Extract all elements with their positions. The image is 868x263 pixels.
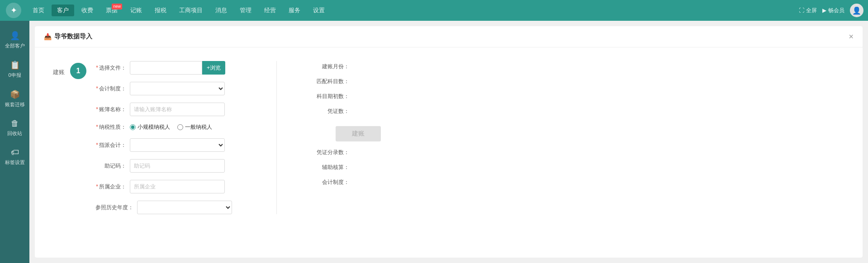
- auxiliary-row: 辅助核算：: [313, 164, 403, 171]
- reference-year-select[interactable]: [137, 201, 232, 214]
- voucher-entries-row: 凭证分录数：: [313, 149, 403, 156]
- accountant-label: *指派会计：: [95, 141, 126, 149]
- form-left: 建账 1 *选择文件： +浏览: [53, 61, 240, 214]
- nav-services[interactable]: 服务: [283, 5, 306, 16]
- nav-settings[interactable]: 设置: [308, 5, 330, 16]
- nav-bookkeeping[interactable]: 记账: [125, 5, 147, 16]
- build-month-row: 建账月份：: [313, 63, 403, 70]
- sidebar-item-all-clients[interactable]: 👤 全部客户: [0, 25, 29, 55]
- memo-code-label: 助记码：: [95, 162, 126, 170]
- nav-business[interactable]: 工商项目: [174, 5, 208, 16]
- vip-button[interactable]: ▶ 畅会员: [822, 7, 844, 14]
- file-label: *选择文件：: [95, 64, 126, 72]
- company-row: *所属企业：: [95, 180, 240, 193]
- sidebar-item-tags[interactable]: 🏷 标签设置: [0, 142, 29, 171]
- import-panel: 📥 导爷数据导入 × 建账 1: [35, 26, 863, 258]
- accounting-system-right-label: 会计制度：: [313, 178, 349, 186]
- sidebar-item-declare[interactable]: 📋 0申报: [0, 55, 29, 84]
- logo-icon: ✦: [6, 3, 21, 18]
- nav-right: ⛶ 全屏 ▶ 畅会员 👤: [799, 4, 863, 17]
- form-fields: *选择文件： +浏览 *会计制度：: [95, 61, 240, 214]
- file-input-group: +浏览: [130, 61, 225, 75]
- migrate-icon: 📦: [10, 89, 20, 99]
- tax-type-row: *纳税性质： 小规模纳税人 一般纳税人: [95, 123, 240, 131]
- right-info: 建账月份： 匹配科目数： 科目期初数： 凭证数：: [313, 61, 403, 214]
- accounting-system-right-row: 会计制度：: [313, 178, 403, 186]
- tax-general-radio[interactable]: [177, 124, 183, 130]
- match-subjects-label: 匹配科目数：: [313, 78, 349, 85]
- browse-button[interactable]: +浏览: [202, 61, 225, 75]
- nav-home[interactable]: 首页: [27, 5, 50, 16]
- main-layout: 👤 全部客户 📋 0申报 📦 账套迁移 🗑 回收站 🏷 标签设置 📥 导爷: [0, 21, 868, 263]
- panel-header: 📥 导爷数据导入 ×: [35, 26, 863, 47]
- ledger-name-row: *账簿名称：: [95, 103, 240, 116]
- match-subjects-row: 匹配科目数：: [313, 78, 403, 85]
- new-badge: new: [112, 4, 122, 9]
- sidebar-item-trash[interactable]: 🗑 回收站: [0, 113, 29, 142]
- vip-icon: ▶: [822, 7, 826, 14]
- memo-code-input[interactable]: [130, 159, 225, 173]
- form-divider: [276, 61, 277, 214]
- tax-small-radio[interactable]: [130, 124, 136, 130]
- nav-manage[interactable]: 管理: [234, 5, 257, 16]
- accounting-system-select[interactable]: [130, 82, 225, 95]
- company-input[interactable]: [130, 180, 225, 193]
- build-button[interactable]: 建账: [336, 126, 381, 141]
- nav-operations[interactable]: 经营: [259, 5, 281, 16]
- subject-initial-label: 科目期初数：: [313, 93, 349, 100]
- accountant-row: *指派会计：: [95, 138, 240, 152]
- all-clients-icon: 👤: [10, 31, 20, 41]
- reference-year-label: 参照历史年度：: [95, 204, 133, 211]
- accountant-select[interactable]: [130, 138, 225, 152]
- build-btn-area: 建账: [313, 126, 403, 141]
- ledger-name-label: *账簿名称：: [95, 106, 126, 113]
- nav-customers[interactable]: 客户: [52, 5, 74, 16]
- panel-close-button[interactable]: ×: [849, 33, 854, 41]
- accounting-system-label: *会计制度：: [95, 85, 126, 93]
- build-month-label: 建账月份：: [313, 63, 349, 70]
- nav-messages[interactable]: 消息: [210, 5, 232, 16]
- tax-type-radio-group: 小规模纳税人 一般纳税人: [130, 123, 212, 131]
- file-input[interactable]: [130, 61, 202, 75]
- panel-title: 📥 导爷数据导入: [44, 33, 92, 41]
- panel-title-icon: 📥: [44, 33, 52, 40]
- file-row: *选择文件： +浏览: [95, 61, 240, 75]
- top-nav: ✦ 首页 客户 收费 票据 new 记账 报税 工商项目 消息 管理 经营 服务…: [0, 0, 868, 21]
- nav-invoices[interactable]: 票据 new: [100, 5, 123, 16]
- auxiliary-label: 辅助核算：: [313, 164, 349, 171]
- form-area: 建账 1 *选择文件： +浏览: [35, 47, 863, 228]
- sidebar-item-migrate[interactable]: 📦 账套迁移: [0, 84, 29, 113]
- logo[interactable]: ✦: [5, 1, 23, 19]
- accounting-system-row: *会计制度：: [95, 82, 240, 95]
- step-label: 建账: [53, 68, 65, 76]
- tags-icon: 🏷: [11, 148, 19, 157]
- subject-initial-row: 科目期初数：: [313, 93, 403, 100]
- voucher-count-row: 凭证数：: [313, 108, 403, 115]
- nav-tax[interactable]: 报税: [149, 5, 172, 16]
- tax-small-radio-label[interactable]: 小规模纳税人: [130, 123, 170, 131]
- reference-year-row: 参照历史年度：: [95, 201, 240, 214]
- nav-fees[interactable]: 收费: [76, 5, 99, 16]
- ledger-name-input[interactable]: [130, 103, 225, 116]
- tax-type-label: *纳税性质：: [95, 123, 126, 131]
- step-circle: 1: [70, 63, 86, 79]
- declare-icon: 📋: [10, 60, 20, 70]
- voucher-count-label: 凭证数：: [313, 108, 349, 115]
- sidebar: 👤 全部客户 📋 0申报 📦 账套迁移 🗑 回收站 🏷 标签设置: [0, 21, 29, 263]
- voucher-entries-label: 凭证分录数：: [313, 149, 349, 156]
- memo-code-row: 助记码：: [95, 159, 240, 173]
- company-label: *所属企业：: [95, 183, 126, 191]
- fullscreen-button[interactable]: ⛶ 全屏: [799, 7, 817, 14]
- fullscreen-icon: ⛶: [799, 7, 804, 14]
- content-area: 📥 导爷数据导入 × 建账 1: [29, 21, 868, 263]
- trash-icon: 🗑: [11, 119, 19, 128]
- tax-general-radio-label[interactable]: 一般纳税人: [177, 123, 212, 131]
- avatar[interactable]: 👤: [850, 4, 863, 17]
- nav-items: 首页 客户 收费 票据 new 记账 报税 工商项目 消息 管理 经营 服务 设…: [27, 5, 799, 16]
